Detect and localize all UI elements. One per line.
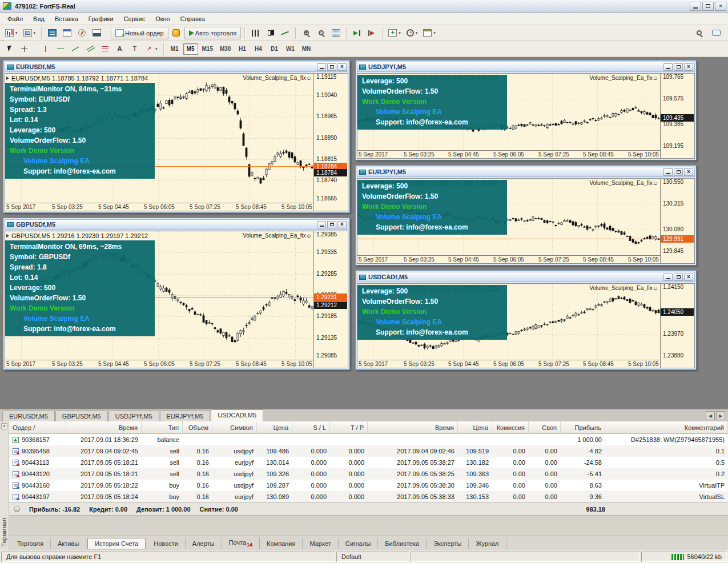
terminal-tab-[interactable]: Эксперты (427, 538, 469, 549)
column-header-4[interactable]: Символ (212, 421, 257, 434)
chart-window-usdjpyf-m5[interactable]: USDJPYf,M5×USDJPYf,M5 109.445 109.443 10… (355, 60, 697, 160)
templates-button[interactable]: ▾ (421, 27, 438, 39)
data-window-button[interactable] (60, 27, 74, 39)
price-scale[interactable]: 1.241501.239701.238801.24050 (660, 284, 694, 368)
column-header-10[interactable]: Комиссия (492, 421, 529, 434)
terminal-tab-[interactable]: Компания (260, 538, 303, 549)
chart-window-titlebar[interactable]: GBPUSDf,M5× (5, 219, 348, 230)
price-scale[interactable]: 109.765109.575109.385109.195109.435 (660, 74, 694, 158)
chart-window-gbpusdf-m5[interactable]: GBPUSDf,M5×GBPUSDf,M5 1.29216 1.29230 1.… (3, 218, 350, 370)
terminal-tab-[interactable]: Журнал (469, 538, 506, 549)
auto-scroll-button[interactable] (350, 27, 364, 39)
terminal-panel-label[interactable]: Терминал (1, 518, 7, 547)
menu-item-4[interactable]: Сервис (119, 14, 151, 23)
timeframe-h4[interactable]: H4 (251, 43, 266, 55)
time-scale[interactable]: 5 Sep 20175 Sep 03:255 Sep 04:455 Sep 06… (357, 255, 660, 263)
column-header-5[interactable]: Цена (257, 421, 292, 434)
terminal-tab-[interactable]: История Счета (87, 538, 146, 549)
new-chart-button[interactable]: ▾ (3, 27, 20, 39)
one-click-trading-toggle[interactable] (6, 77, 9, 80)
chart-tab-eurjpyf-m5[interactable]: EURJPYf,M5 (160, 411, 211, 421)
column-header-8[interactable]: Время (368, 421, 458, 434)
status-profile[interactable]: Default (336, 552, 409, 562)
terminal-close-button[interactable]: × (1, 423, 7, 429)
chart-window-titlebar[interactable]: EURJPYf,M5× (357, 167, 695, 177)
price-scale[interactable]: 1.191151.190401.189651.188901.188151.187… (313, 74, 348, 211)
chart-minimize-button[interactable] (663, 63, 673, 71)
market-watch-button[interactable] (45, 27, 59, 39)
tab-scroll-left-button[interactable]: ◀ (706, 411, 715, 420)
history-row-90443197[interactable]: 904431972017.09.05 05:18:24buy0.16eurjpy… (9, 491, 728, 502)
chart-plot-area[interactable]: GBPUSDf,M5 1.29216 1.29230 1.29197 1.292… (5, 231, 313, 359)
column-header-13[interactable]: Комментарий (605, 421, 728, 434)
chart-window-titlebar[interactable]: EURUSDf,M5× (5, 62, 348, 72)
chart-restore-button[interactable] (327, 221, 336, 228)
chart-close-button[interactable]: × (684, 63, 693, 71)
tile-windows-button[interactable] (329, 27, 343, 39)
arrows-tool-button[interactable]: ▾ (143, 43, 160, 55)
chart-plot-area[interactable]: EURUSDf,M5 1.18785 1.18792 1.18771 1.187… (5, 74, 313, 202)
chart-close-button[interactable]: × (684, 274, 693, 281)
terminal-tab-[interactable]: Сигналы (339, 538, 379, 549)
chart-restore-button[interactable] (674, 274, 683, 281)
history-row-90443113[interactable]: 904431132017.09.05 05:18:21sell0.16eurjp… (9, 457, 728, 468)
candlestick-mode-button[interactable] (263, 27, 277, 39)
timeframe-m5[interactable]: M5 (183, 43, 198, 55)
chart-tab-gbpusdf-m5[interactable]: GBPUSDf,M5 (55, 411, 108, 421)
timeframe-m1[interactable]: M1 (167, 43, 182, 55)
chart-tab-usdjpyf-m5[interactable]: USDJPYf,M5 (108, 411, 159, 421)
history-row-90443160[interactable]: 904431602017.09.05 05:18:22buy0.16usdjpy… (9, 480, 728, 491)
new-order-button[interactable]: Новый ордер (111, 27, 168, 39)
column-header-3[interactable]: Объем (183, 421, 212, 434)
terminal-toggle-button[interactable] (90, 27, 103, 39)
crosshair-tool-button[interactable] (18, 43, 31, 55)
menu-item-6[interactable]: Справка (175, 14, 210, 23)
close-button[interactable]: × (715, 2, 726, 11)
chart-restore-button[interactable] (674, 63, 683, 71)
column-header-7[interactable]: T / P (330, 421, 368, 434)
history-row-90368157[interactable]: 903681572017.09.01 18:36:29balance1 000.… (9, 434, 728, 445)
column-header-0[interactable]: Ордер / (9, 421, 66, 434)
chart-minimize-button[interactable] (317, 63, 326, 71)
one-click-trading-toggle[interactable] (6, 234, 9, 238)
fibonacci-tool-button[interactable] (98, 43, 112, 55)
timeframe-mn[interactable]: MN (299, 43, 313, 55)
line-chart-mode-button[interactable] (278, 27, 292, 39)
text-tool-button[interactable] (113, 43, 127, 55)
chart-plot-area[interactable]: EURJPYf,M5 130.005 130.006 129.982 129.9… (357, 179, 660, 255)
timeframe-h1[interactable]: H1 (235, 43, 250, 55)
cursor-tool-button[interactable] (3, 43, 17, 55)
channel-tool-button[interactable] (83, 43, 97, 55)
expert-advisors-button[interactable] (170, 27, 183, 39)
vertical-line-tool-button[interactable] (39, 43, 53, 55)
chart-plot-area[interactable]: USDCADf,M5 1.24034 1.24053 1.24028 1.240… (357, 284, 660, 359)
chart-minimize-button[interactable] (663, 274, 673, 281)
window-titlebar[interactable]: 479102: FortFS-Real × (0, 0, 728, 13)
trendline-tool-button[interactable] (69, 43, 82, 55)
terminal-tab-[interactable]: Новости (147, 538, 186, 549)
history-row-90443120[interactable]: 904431202017.09.05 05:18:21sell0.16usdjp… (9, 468, 728, 480)
price-scale[interactable]: 130.550130.315130.080129.845129.991 (660, 179, 694, 263)
terminal-tab-[interactable]: Алерты (186, 538, 222, 549)
terminal-tab-[interactable]: Активы (51, 538, 86, 549)
column-header-12[interactable]: Прибыль (561, 421, 605, 434)
text-label-tool-button[interactable] (128, 43, 142, 55)
chart-plot-area[interactable]: USDJPYf,M5 109.445 109.443 109.433 109.4… (357, 74, 660, 150)
terminal-tab-[interactable]: Библиотека (378, 538, 427, 549)
navigator-button[interactable] (75, 27, 89, 39)
terminal-tab-[interactable]: Маркет (303, 538, 338, 549)
history-row-90395458[interactable]: 903954582017.09.04 09:02:45sell0.16usdjp… (9, 445, 728, 457)
zoom-out-button[interactable]: - (314, 27, 328, 39)
chart-window-eurusdf-m5[interactable]: EURUSDf,M5×EURUSDf,M5 1.18785 1.18792 1.… (3, 60, 350, 213)
chart-restore-button[interactable] (327, 63, 336, 71)
horizontal-line-tool-button[interactable] (54, 43, 67, 55)
chart-shift-button[interactable] (365, 27, 379, 39)
time-scale[interactable]: 5 Sep 20175 Sep 03:255 Sep 04:455 Sep 06… (357, 360, 660, 368)
terminal-tab-[interactable]: Почта14 (222, 537, 260, 549)
menu-item-0[interactable]: Файл (2, 14, 28, 23)
time-scale[interactable]: 5 Sep 20175 Sep 03:255 Sep 04:455 Sep 06… (5, 360, 313, 368)
time-scale[interactable]: 5 Sep 20175 Sep 03:255 Sep 04:455 Sep 06… (5, 203, 313, 211)
tab-scroll-right-button[interactable]: ▶ (716, 411, 725, 420)
bar-chart-mode-button[interactable] (248, 27, 262, 39)
profiles-button[interactable]: ▾ (21, 27, 38, 39)
